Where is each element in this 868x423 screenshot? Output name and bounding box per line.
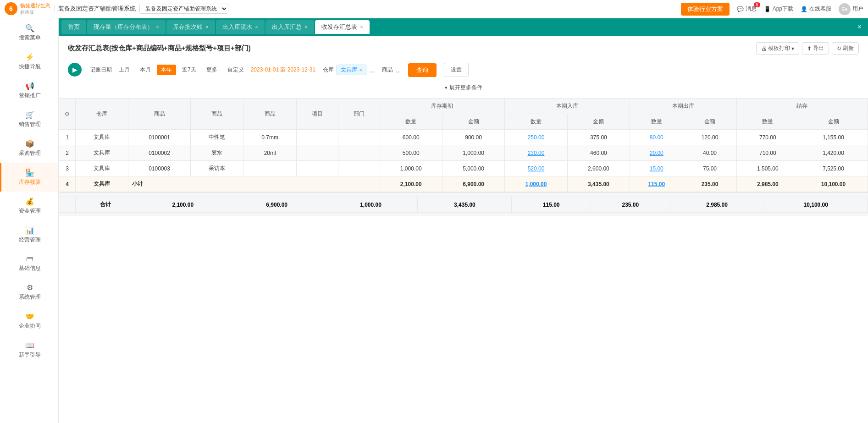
td-subtotal-qi-qty: 2,100.00 [380,176,442,192]
top-bar-right: 体验行业方案 💬 消息 6 📱 App下载 👤 在线客服 Ea 用户 [681,3,863,16]
sidebar-item-search[interactable]: 🔍 搜索菜单 [0,18,58,47]
tab-batch-ledger-close[interactable]: × [205,24,209,30]
td-in-qty-1[interactable]: 250.00 [505,130,567,145]
top-right-actions: 🖨 模板打印 ▾ ⬆ 导出 ↻ 刷新 [756,42,859,55]
td-in-qty-2[interactable]: 230.00 [505,145,567,161]
tab-in-out-summary[interactable]: 出入库汇总 × [265,20,314,34]
sidebar-label-operation: 经营管理 [19,236,41,244]
expand-more-btn[interactable]: ▾ 展开更多条件 [68,81,859,94]
sidebar-item-operation[interactable]: 📊 经营管理 [0,220,58,249]
date-btn-7days[interactable]: 近7天 [178,65,200,75]
sidebar-item-capital[interactable]: 💰 资金管理 [0,192,58,220]
page-content: 收发存汇总表(按仓库+商品编码+商品+规格型号+项目+部门) 🖨 模板打印 ▾ … [59,36,868,423]
th-qi-amt: 金额 [442,114,504,130]
th-code: 商品 [128,99,190,130]
export-btn[interactable]: ⬆ 导出 [802,42,829,55]
top-bar-left: 6 畅捷通好生意 标准版 装备及固定资产辅助管理系统 装备及固定资产辅助管理系统 [5,2,228,15]
goods-more-btn[interactable]: ... [396,66,401,74]
td-out-amt-1: 120.00 [683,130,736,145]
date-btn-custom[interactable]: 自定义 [223,65,248,75]
sidebar-item-purchase[interactable]: 📦 采购管理 [0,134,58,163]
date-btn-this-month[interactable]: 本月 [136,65,155,75]
td-subtotal-out-qty[interactable]: 115.00 [630,176,683,192]
goods-filter-group: 商品 ... [382,66,401,74]
sidebar-item-quick[interactable]: ⚡ 快捷导航 [0,47,58,76]
td-out-amt-2: 40.00 [683,145,736,161]
sidebar-item-guide[interactable]: 📖 新手引导 [0,335,58,364]
goods-label: 商品 [382,66,393,74]
refresh-btn[interactable]: ↻ 刷新 [832,42,859,55]
query-btn[interactable]: 查询 [408,63,437,77]
td-in-qty-3[interactable]: 520.00 [505,161,567,176]
th-project: 项目 [297,99,338,130]
app-download-btn[interactable]: 📱 App下载 [764,5,793,13]
td-subtotal-in-qty[interactable]: 1,000.00 [505,176,567,192]
tab-stock-dist-close[interactable]: × [156,24,159,30]
capital-icon: 💰 [25,197,34,206]
refresh-icon: ↻ [837,45,841,52]
sidebar-item-sales[interactable]: 🛒 销售管理 [0,105,58,134]
td-out-qty-2[interactable]: 20.00 [630,145,683,161]
table-settings-icon[interactable]: ⚙ [65,111,70,117]
td-no-1: 1 [59,130,76,145]
tab-bar-close-btn[interactable]: × [854,23,865,31]
td-spec-3 [243,161,297,176]
warehouse-filter-group: 仓库 文具库 × ... [323,65,375,75]
brand-icon: 6 [5,2,17,15]
td-out-qty-1[interactable]: 80.00 [630,130,683,145]
td-qi-qty-3: 1,000.00 [380,161,442,176]
message-btn[interactable]: 💬 消息 6 [737,5,757,13]
tab-home[interactable]: 首页 [61,20,86,34]
warehouse-tag-close[interactable]: × [359,67,362,73]
online-service-btn[interactable]: 👤 在线客服 [801,5,831,13]
sidebar-item-enterprise[interactable]: 🤝 企业协同 [0,307,58,335]
td-dept-1 [338,130,380,145]
td-project-2 [297,145,338,161]
sidebar-item-inventory[interactable]: 🏪 库存核算 [0,163,58,192]
td-bal-amt-2: 1,420.00 [799,145,868,161]
td-subtotal-in-amt: 3,435.00 [567,176,630,192]
td-subtotal-label: 小计 [128,176,380,192]
date-btn-this-year[interactable]: 本年 [157,65,176,75]
tab-in-out-flow[interactable]: 出入库流水 × [216,20,265,34]
td-in-amt-1: 375.00 [567,130,630,145]
td-out-qty-3[interactable]: 15.00 [630,161,683,176]
warehouse-tag: 文具库 × [337,65,366,75]
message-badge: 6 [754,2,760,7]
user-btn[interactable]: Ea 用户 [839,3,863,15]
td-out-amt-3: 75.00 [683,161,736,176]
td-qi-qty-2: 500.00 [380,145,442,161]
settings-btn[interactable]: 设置 [444,63,469,77]
td-project-3 [297,161,338,176]
filter-row-1: ▶ 记账日期 上月 本月 本年 近7天 [68,63,859,77]
sidebar-item-basic[interactable]: 🗃 基础信息 [0,249,58,278]
user-label: 用户 [852,5,863,13]
tab-stock-dist[interactable]: 现存量（库存分布表） × [87,20,166,34]
experience-btn[interactable]: 体验行业方案 [681,3,730,16]
expand-arrow[interactable]: ▶ [68,63,82,77]
date-btn-last-month[interactable]: 上月 [115,65,134,75]
tab-batch-ledger[interactable]: 库存批次账 × [166,20,215,34]
td-code-2: 0100002 [128,145,190,161]
divider-1 [54,5,55,12]
warehouse-more-btn[interactable]: ... [369,66,375,74]
footer-bal-qty: 2,985.00 [670,197,764,213]
system-select[interactable]: 装备及固定资产辅助管理系统 [139,4,228,14]
enterprise-icon: 🤝 [25,312,34,321]
tab-bar: 首页 现存量（库存分布表） × 库存批次账 × 出入库流水 × 出入库汇总 × [59,18,868,36]
tab-in-out-flow-close[interactable]: × [255,24,258,30]
tab-recv-send-summary-close[interactable]: × [360,24,363,30]
tab-recv-send-summary[interactable]: 收发存汇总表 × [315,20,370,34]
brand-name: 畅捷通好生意 [20,2,50,9]
footer-total: 合计 2,100.00 6,900.00 1,000.00 3,435.00 1… [59,192,868,216]
message-icon: 💬 [737,6,744,12]
sidebar-item-marketing[interactable]: 📢 营销推广 [0,76,58,105]
sidebar-item-system[interactable]: ⚙ 系统管理 [0,278,58,307]
print-label: 模板打印 [768,44,790,52]
tab-in-out-summary-close[interactable]: × [304,24,308,30]
sidebar-label-enterprise: 企业协同 [19,322,41,330]
sidebar-label-search: 搜索菜单 [19,34,41,42]
print-btn[interactable]: 🖨 模板打印 ▾ [756,42,799,55]
th-out-amt: 金额 [683,114,736,130]
date-btn-more[interactable]: 更多 [202,65,221,75]
